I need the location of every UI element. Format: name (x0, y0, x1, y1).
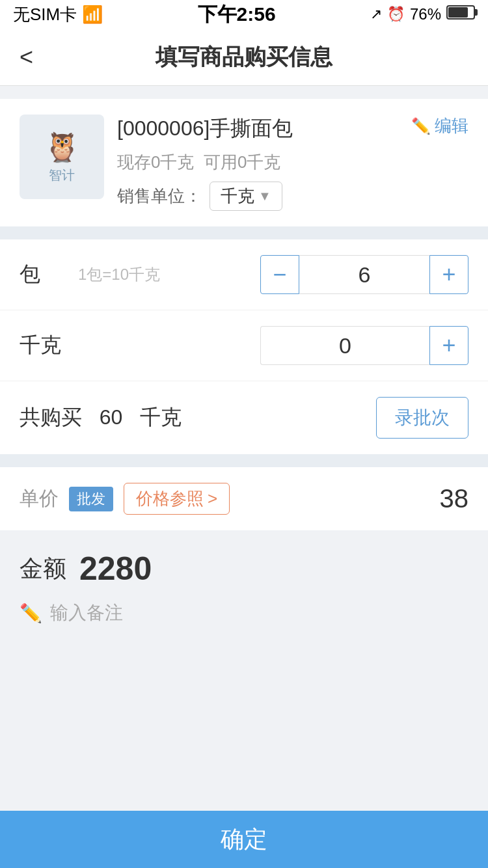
edit-label: 编辑 (435, 115, 468, 137)
total-row: 共购买 60 千克 录批次 (0, 381, 488, 454)
price-ref-arrow: > (208, 489, 217, 509)
wifi-signal: 📶 (82, 5, 103, 25)
location-icon: ↗ (370, 6, 382, 23)
nav-bar: < 填写商品购买信息 (0, 29, 488, 86)
kg-input-row: 千克 + (0, 310, 488, 381)
product-image-inner: 🦉 智计 (44, 130, 80, 184)
status-bar: 无SIM卡 📶 下午2:56 ↗ ⏰ 76% (0, 0, 488, 29)
price-section: 单价 批发 价格参照 > 38 (0, 467, 488, 530)
price-badge: 批发 (69, 487, 113, 511)
kg-plus-icon: + (442, 332, 455, 359)
bag-quantity-input[interactable] (299, 255, 429, 294)
stock-text: 现存0千克 (117, 152, 194, 172)
status-right: ↗ ⏰ 76% (370, 5, 475, 23)
product-title: 手撕面包 (210, 116, 293, 140)
bag-decrement-button[interactable]: − (260, 255, 299, 294)
unit-dropdown-arrow: ▼ (258, 189, 271, 204)
plus-icon: + (442, 261, 455, 288)
amount-section: 金额 2280 ✏️ 输入备注 (0, 530, 488, 638)
divider-1 (0, 226, 488, 239)
product-unit-row: 销售单位： 千克 ▼ (117, 182, 468, 211)
bag-input-row: 包 1包=10千克 − + (0, 239, 488, 310)
total-text: 共购买 60 千克 (20, 403, 182, 432)
input-section: 包 1包=10千克 − + 千克 + (0, 239, 488, 381)
amount-value: 2280 (79, 550, 152, 588)
product-stock: 现存0千克 可用0千克 (117, 151, 468, 174)
kg-quantity-control: + (260, 326, 468, 365)
edit-button[interactable]: ✏️ 编辑 (411, 115, 468, 137)
status-carrier: 无SIM卡 📶 (13, 3, 103, 26)
total-space (88, 405, 94, 429)
confirm-button[interactable]: 确定 (0, 811, 488, 868)
status-time: 下午2:56 (198, 1, 276, 28)
battery-percent: 76% (410, 5, 441, 23)
brand-text: 智计 (49, 167, 75, 184)
page-title: 填写商品购买信息 (156, 42, 332, 72)
total-amount: 60 (100, 405, 123, 429)
bag-quantity-control: − + (260, 255, 468, 294)
owl-icon: 🦉 (44, 130, 80, 164)
price-value: 38 (440, 484, 469, 513)
note-row[interactable]: ✏️ 输入备注 (20, 601, 468, 638)
note-placeholder: 输入备注 (50, 601, 123, 625)
back-icon: < (20, 44, 33, 70)
back-button[interactable]: < (20, 44, 33, 71)
kg-quantity-input[interactable] (260, 326, 429, 365)
alarm-icon: ⏰ (387, 6, 405, 23)
price-ref-text: 价格参照 (136, 487, 204, 510)
product-image: 🦉 智计 (20, 115, 104, 199)
available-text: 可用0千克 (204, 152, 280, 172)
amount-label: 金额 (20, 553, 66, 585)
product-card: 🦉 智计 [0000006]手撕面包 现存0千克 可用0千克 销售单位： 千克 … (0, 99, 488, 226)
pencil-icon: ✏️ (20, 603, 42, 624)
battery-icon (446, 5, 475, 23)
record-batch-button[interactable]: 录批次 (376, 397, 468, 439)
total-unit: 千克 (140, 405, 182, 429)
edit-icon: ✏️ (411, 117, 431, 135)
minus-icon: − (273, 261, 286, 288)
unit-select[interactable]: 千克 ▼ (210, 182, 282, 211)
bag-increment-button[interactable]: + (429, 255, 468, 294)
carrier-text: 无SIM卡 (13, 3, 77, 26)
unit-value: 千克 (221, 185, 254, 208)
bag-label: 包 (20, 260, 72, 289)
kg-increment-button[interactable]: + (429, 326, 468, 365)
amount-row: 金额 2280 (20, 550, 468, 588)
confirm-label: 确定 (221, 824, 267, 856)
unit-label: 销售单位： (117, 185, 202, 208)
price-reference-button[interactable]: 价格参照 > (124, 483, 230, 515)
total-space2 (128, 405, 134, 429)
kg-label: 千克 (20, 331, 72, 360)
divider-2 (0, 454, 488, 467)
bag-hint: 1包=10千克 (78, 264, 260, 285)
price-label: 单价 (20, 485, 59, 512)
product-id: [0000006] (117, 116, 210, 140)
total-label: 共购买 (20, 405, 82, 429)
